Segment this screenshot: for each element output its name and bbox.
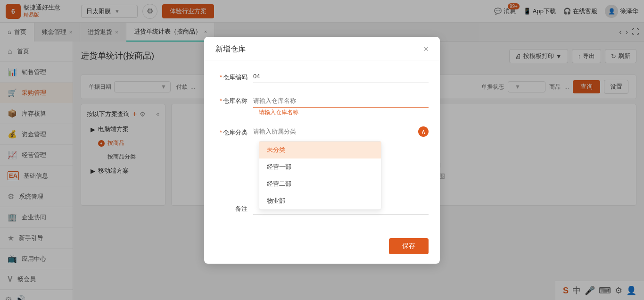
form-row-name: 仓库名称 请输入仓库名称 [215, 93, 429, 117]
category-dropdown: 未分类 经营一部 经营二部 物业部 [259, 141, 381, 210]
dropdown-item-property[interactable]: 物业部 [259, 192, 381, 209]
modal-close-button[interactable]: × [423, 45, 429, 53]
category-label: 仓库分类 [215, 125, 253, 140]
dropdown-item-none[interactable]: 未分类 [259, 142, 381, 158]
code-input[interactable] [253, 70, 429, 83]
add-warehouse-modal: 新增仓库 × 仓库编码 仓库名称 请输入仓库名称 仓库分类 [204, 37, 440, 264]
category-input-wrap: ∧ [253, 125, 429, 138]
name-error-msg: 请输入仓库名称 [259, 109, 298, 116]
save-button[interactable]: 保存 [389, 238, 429, 254]
modal-footer: 保存 [204, 233, 440, 264]
code-label: 仓库编码 [215, 70, 253, 85]
name-label: 仓库名称 [215, 93, 253, 108]
modal-body: 仓库编码 仓库名称 请输入仓库名称 仓库分类 ∧ [204, 60, 440, 233]
name-input[interactable] [253, 94, 429, 108]
modal-header: 新增仓库 × [204, 37, 440, 60]
category-toggle-button[interactable]: ∧ [418, 126, 429, 137]
category-input[interactable] [253, 125, 429, 138]
form-row-code: 仓库编码 [215, 70, 429, 85]
remark-label: 备注 [215, 201, 253, 217]
dropdown-item-ops1[interactable]: 经营一部 [259, 158, 381, 175]
form-row-category: 仓库分类 ∧ 未分类 经营一部 经营二部 物业部 [215, 125, 429, 140]
modal-title: 新增仓库 [215, 44, 246, 54]
dropdown-item-ops2[interactable]: 经营二部 [259, 175, 381, 192]
modal-overlay[interactable]: 新增仓库 × 仓库编码 仓库名称 请输入仓库名称 仓库分类 [0, 0, 644, 300]
chevron-up-icon: ∧ [421, 128, 426, 135]
